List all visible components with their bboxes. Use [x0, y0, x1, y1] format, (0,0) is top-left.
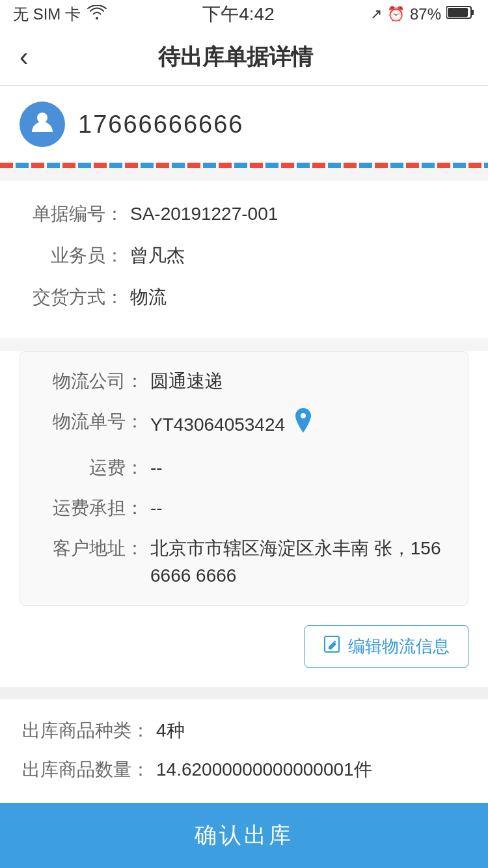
goods-section: 出库商品种类： 4种 出库商品数量： 14.62000000000000001件	[0, 699, 488, 809]
svg-rect-1	[471, 10, 474, 15]
decorative-line	[0, 163, 488, 168]
location-status-icon: ↗	[370, 6, 382, 23]
logistics-tracking-row: 物流单号： YT43064053424	[40, 408, 448, 441]
status-bar-right: ↗ ⏰ 87%	[370, 5, 475, 23]
delivery-row: 交货方式： 物流	[20, 284, 468, 311]
wifi-icon	[87, 5, 107, 23]
goods-types-row: 出库商品种类： 4种	[20, 718, 468, 743]
goods-quantity-row: 出库商品数量： 14.62000000000000001件	[20, 757, 468, 782]
logistics-tracking-value: YT43064053424	[150, 408, 448, 441]
back-button[interactable]: ‹	[20, 42, 28, 72]
svg-rect-2	[448, 8, 468, 17]
map-pin-icon[interactable]	[293, 408, 314, 441]
nav-bar: ‹ 待出库单据详情	[0, 29, 488, 86]
section-divider	[0, 687, 488, 699]
address-label: 客户地址：	[40, 535, 144, 562]
freight-label: 运费：	[40, 454, 144, 481]
confirm-button-label: 确认出库	[195, 821, 293, 850]
goods-types-label: 出库商品种类：	[20, 718, 150, 743]
salesman-value: 曾凡杰	[130, 242, 468, 269]
customer-header: 17666666666	[0, 86, 488, 163]
salesman-row: 业务员： 曾凡杰	[20, 242, 468, 269]
freight-bearer-label: 运费承担：	[40, 495, 144, 522]
alarm-icon: ⏰	[387, 6, 405, 23]
goods-quantity-value: 14.62000000000000001件	[156, 757, 468, 782]
order-no-value: SA-20191227-001	[130, 200, 468, 228]
confirm-button[interactable]: 确认出库	[0, 803, 488, 868]
goods-types-value: 4种	[156, 718, 468, 743]
status-bar-time: 下午4:42	[202, 2, 275, 27]
edit-icon	[323, 635, 342, 658]
carrier-text: 无 SIM 卡	[13, 4, 81, 25]
user-icon	[29, 109, 55, 141]
status-bar-left: 无 SIM 卡	[13, 4, 107, 25]
edit-logistics-section: 编辑物流信息	[0, 612, 488, 687]
edit-logistics-label: 编辑物流信息	[348, 635, 450, 658]
address-row: 客户地址： 北京市市辖区海淀区永丰南 张，156 6666 6666	[40, 535, 448, 590]
order-no-row: 单据编号： SA-20191227-001	[20, 200, 468, 228]
goods-quantity-label: 出库商品数量：	[20, 757, 150, 782]
freight-row: 运费： --	[40, 454, 448, 481]
address-value: 北京市市辖区海淀区永丰南 张，156 6666 6666	[150, 535, 448, 590]
logistics-tracking-label: 物流单号：	[40, 408, 144, 435]
delivery-label: 交货方式：	[20, 284, 124, 311]
order-no-label: 单据编号：	[20, 200, 124, 228]
status-bar: 无 SIM 卡 下午4:42 ↗ ⏰ 87%	[0, 0, 488, 29]
salesman-label: 业务员：	[20, 242, 124, 269]
svg-point-3	[37, 113, 47, 123]
logistics-company-row: 物流公司： 圆通速递	[40, 368, 448, 395]
edit-logistics-button[interactable]: 编辑物流信息	[305, 625, 468, 668]
logistics-company-value: 圆通速递	[150, 368, 448, 395]
freight-bearer-value: --	[150, 495, 448, 522]
tracking-number: YT43064053424	[150, 411, 285, 439]
battery-text: 87%	[410, 5, 441, 23]
customer-phone: 17666666666	[78, 111, 243, 139]
battery-icon	[446, 5, 475, 23]
order-info-section: 单据编号： SA-20191227-001 业务员： 曾凡杰 交货方式： 物流	[0, 181, 488, 338]
freight-bearer-row: 运费承担： --	[40, 495, 448, 522]
avatar	[20, 102, 65, 147]
delivery-value: 物流	[130, 284, 468, 311]
logistics-card: 物流公司： 圆通速递 物流单号： YT43064053424 运费： -- 运费…	[20, 351, 468, 606]
freight-value: --	[150, 454, 448, 481]
logistics-company-label: 物流公司：	[40, 368, 144, 395]
page-title: 待出库单据详情	[41, 42, 429, 72]
